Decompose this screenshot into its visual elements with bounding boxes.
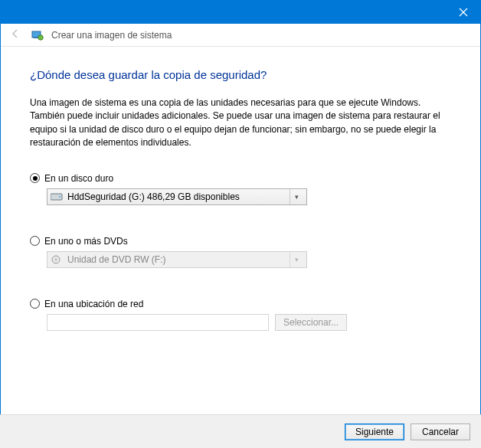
browse-button: Seleccionar... [275,314,347,331]
hard-drive-icon [51,192,63,201]
radio-network[interactable]: En una ubicación de red [30,299,451,309]
radio-icon [30,236,40,246]
content-area: ¿Dónde desea guardar la copia de segurid… [1,47,480,369]
svg-point-4 [38,34,43,39]
radio-icon [30,299,40,309]
close-icon [459,8,468,17]
dvd-selected: Unidad de DVD RW (F:) [67,254,286,265]
back-button[interactable] [7,28,24,42]
dvd-drive-icon [51,255,63,264]
svg-point-6 [59,196,61,198]
system-image-icon [31,29,44,41]
titlebar [1,1,480,24]
chevron-down-icon: ▾ [290,189,303,204]
radio-dvd[interactable]: En uno o más DVDs [30,236,451,247]
hard-drive-selected: HddSeguridad (G:) 486,29 GB disponibles [67,191,286,202]
close-button[interactable] [446,1,480,24]
page-title: ¿Dónde desea guardar la copia de segurid… [30,68,451,81]
radio-label: En uno o más DVDs [44,236,128,247]
option-dvd: En uno o más DVDs Unidad de DVD RW (F:) … [30,236,451,268]
window-title: Crear una imagen de sistema [51,30,172,41]
svg-point-8 [55,258,57,260]
dvd-select: Unidad de DVD RW (F:) ▾ [47,251,307,268]
option-hard-drive: En un disco duro HddSeguridad (G:) 486,2… [30,173,451,205]
option-network: En una ubicación de red Seleccionar... [30,299,451,331]
radio-label: En una ubicación de red [44,299,143,309]
network-path-input[interactable] [47,314,269,331]
next-button[interactable]: Siguiente [345,423,404,440]
page-description: Una imagen de sistema es una copia de la… [30,96,443,150]
hard-drive-select[interactable]: HddSeguridad (G:) 486,29 GB disponibles … [47,188,307,205]
wizard-header: Crear una imagen de sistema [1,24,480,47]
chevron-down-icon: ▾ [290,252,303,267]
wizard-footer: Siguiente Cancelar [0,414,481,448]
radio-icon [30,173,40,183]
cancel-button[interactable]: Cancelar [411,423,470,440]
back-arrow-icon [10,28,21,39]
radio-hard-drive[interactable]: En un disco duro [30,173,451,184]
radio-label: En un disco duro [44,173,113,184]
